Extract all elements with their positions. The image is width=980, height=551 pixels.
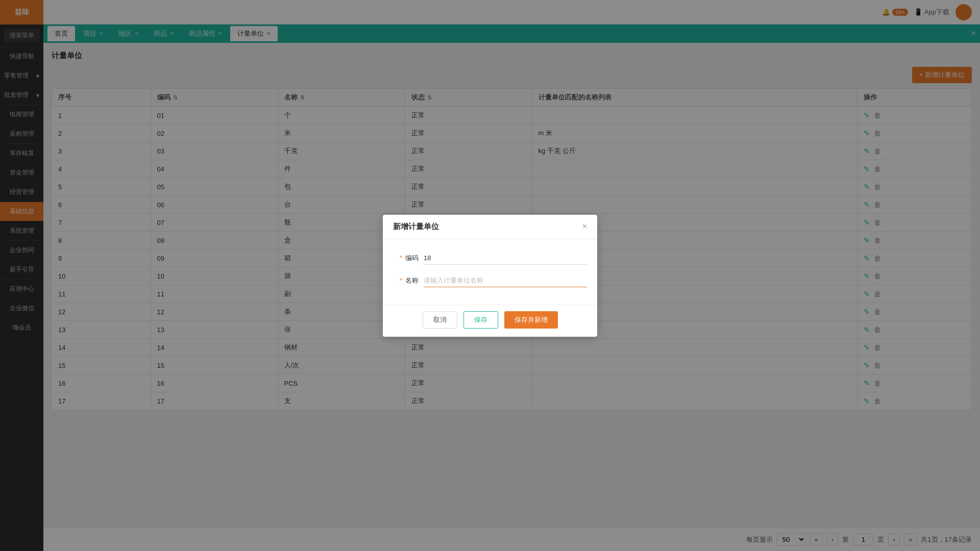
modal-title: 新增计量单位	[393, 222, 439, 232]
code-label: * 编码	[393, 254, 419, 263]
save-and-new-button[interactable]: 保存并新增	[504, 311, 558, 329]
modal-body: * 编码 * 名称	[383, 239, 597, 305]
name-label: * 名称	[393, 276, 419, 285]
cancel-button[interactable]: 取消	[423, 311, 457, 329]
form-row-code: * 编码	[393, 252, 587, 265]
modal-header: 新增计量单位 ×	[383, 215, 597, 239]
save-button[interactable]: 保存	[463, 311, 498, 329]
modal-close-icon[interactable]: ×	[582, 222, 587, 231]
form-row-name: * 名称	[393, 274, 587, 287]
modal-footer: 取消 保存 保存并新增	[383, 305, 597, 337]
modal-overlay[interactable]: 新增计量单位 × * 编码 * 名称 取消 保存 保存并新增	[0, 0, 980, 551]
code-input[interactable]	[424, 252, 587, 265]
name-input[interactable]	[424, 274, 587, 287]
add-unit-modal: 新增计量单位 × * 编码 * 名称 取消 保存 保存并新增	[383, 215, 597, 337]
